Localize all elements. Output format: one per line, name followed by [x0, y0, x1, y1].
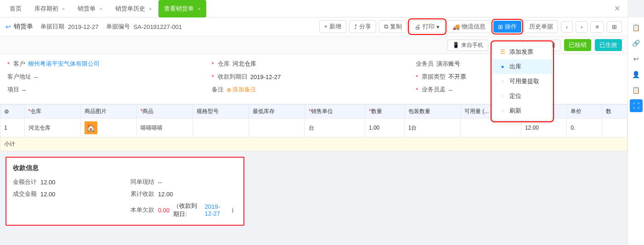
required-indicator: *: [416, 86, 418, 93]
doc-date-value: 2019-12-27: [68, 23, 99, 30]
view-list[interactable]: ≡: [590, 21, 604, 33]
payment-info-box: 收款信息 金额合计 12.00 成交金额 12.00 同单现结 -- 累计收款: [6, 157, 244, 226]
doc-number-label: 单据编号 SA-20191227-001: [106, 23, 182, 31]
document-toolbar: ↩ 销货单 单据日期 2019-12-27 单据编号 SA-20191227-0…: [0, 17, 627, 36]
required-indicator: *: [416, 74, 418, 80]
doc-type-label: 销货单: [14, 23, 33, 31]
nav-next[interactable]: ›: [576, 21, 588, 33]
sidebar-icon-2[interactable]: 🔗: [630, 37, 643, 50]
close-tab-inventory[interactable]: ×: [62, 6, 65, 11]
same-order-value: --: [158, 179, 162, 186]
required-indicator: *: [212, 61, 214, 68]
sidebar-icon-3[interactable]: ↩: [630, 52, 643, 65]
cell-available: [460, 119, 521, 137]
print-button[interactable]: 🖨 打印 ▾: [410, 20, 445, 33]
ticket-type-value: 不开票: [448, 73, 466, 81]
tab-sales[interactable]: 销货单 ×: [72, 0, 108, 17]
address-field: 客户地址 --: [7, 73, 212, 81]
arrears-row: 本单欠款 0.00 （收款到期日: 2019-12-27 ）: [130, 202, 237, 218]
cancel-button[interactable]: 已核销: [564, 39, 591, 51]
cell-current-stock: 12.00: [521, 119, 567, 137]
locate-item[interactable]: ○ 定位: [493, 89, 552, 103]
payment-title: 收款信息: [13, 164, 237, 172]
transaction-value: 12.00: [40, 191, 56, 198]
cell-spec: [192, 119, 249, 137]
cell-sales-unit: 台: [305, 119, 365, 137]
note-field: 备注 ⊕ 添加备注: [212, 85, 416, 94]
operations-dropdown: ☰ 添加发票 ● 出库 ○ 可用量提取 ○ 定位 ○ 刷新: [492, 42, 552, 120]
tab-check-sales[interactable]: 查看销货单 ×: [158, 0, 206, 17]
add-invoice-icon: ☰: [499, 49, 506, 55]
tab-sales-history[interactable]: 销货单历史 ×: [109, 0, 158, 17]
locate-radio-icon: ○: [499, 93, 506, 99]
subtotal-row: 小计: [0, 137, 627, 151]
tab-home[interactable]: 首页: [4, 0, 28, 17]
cell-min-stock: [249, 119, 305, 137]
cell-image: 🏠: [80, 119, 136, 137]
salesperson-value: --: [448, 86, 452, 93]
customer-field: * 客户 柳州粤港平安气体有限公司: [7, 60, 212, 68]
sidebar-icon-1[interactable]: 📋: [630, 21, 643, 34]
arrears-date: 2019-12-27: [205, 203, 227, 217]
print-icon: 🖨: [415, 23, 421, 30]
close-tab-sales-history[interactable]: ×: [149, 6, 152, 11]
arrears-value: 0.00: [158, 207, 169, 214]
total-row: 金额合计 12.00: [13, 178, 119, 186]
cumulative-row: 累计收款 12.00: [130, 190, 237, 198]
close-tab-sales[interactable]: ×: [99, 6, 102, 11]
payment-left: 金额合计 12.00 成交金额 12.00: [13, 178, 119, 218]
refresh-item[interactable]: ○ 刷新: [493, 103, 552, 118]
toolbar-actions: + 新增 ⤴ 分享 ⧉ 复制 🖨 打印 ▾ 🚚 物流信息 ⊞ 操作: [319, 20, 622, 33]
col-product: *商品: [136, 105, 192, 119]
outbound-radio-icon: ●: [499, 63, 506, 70]
available-qty-item[interactable]: ○ 可用量提取: [493, 74, 552, 89]
logistics-button[interactable]: 🚚 物流信息: [447, 20, 491, 33]
subtotal-label: 小计: [0, 137, 627, 151]
plus-icon: ⊕: [226, 86, 232, 93]
col-amount: 数: [602, 105, 627, 119]
doc-info: 单据日期 2019-12-27 单据编号 SA-20191227-001: [40, 23, 182, 31]
history-button[interactable]: 历史单据: [524, 20, 558, 33]
view-grid[interactable]: ⊞: [607, 21, 622, 33]
customer-value[interactable]: 柳州粤港平安气体有限公司: [28, 60, 100, 68]
nav-prev[interactable]: ‹: [561, 21, 573, 33]
share-button[interactable]: ⤴ 分享: [349, 20, 376, 33]
outbound-item[interactable]: ● 出库: [493, 59, 552, 74]
col-image: 商品图片: [80, 105, 136, 119]
image-icon: 🏠: [86, 124, 96, 132]
truck-icon: 🚚: [452, 23, 460, 30]
cell-amount: [602, 119, 627, 137]
right-sidebar: 📋 🔗 ↩ 👤 📋 ⛶: [627, 17, 644, 231]
copy-button[interactable]: ⧉ 复制: [379, 20, 407, 33]
due-date-value: 2019-12-27: [250, 74, 281, 80]
total-value: 12.00: [40, 179, 56, 186]
cell-quantity: 1.00: [365, 119, 404, 137]
cumulative-value: 12.00: [158, 191, 173, 198]
sidebar-icon-expand[interactable]: ⛶: [630, 99, 643, 112]
add-note-button[interactable]: ⊕ 添加备注: [226, 85, 256, 94]
window-close-button[interactable]: ✕: [610, 4, 624, 13]
payment-right: 同单现结 -- 累计收款 12.00 本单欠款 0.00 （收款到期日: 201…: [130, 178, 237, 218]
tab-inventory[interactable]: 库存期初 ×: [28, 0, 71, 17]
cell-warehouse: 河北仓库: [24, 119, 80, 137]
required-indicator: *: [212, 74, 214, 80]
refresh-radio-icon: ○: [499, 108, 506, 114]
from-phone-button[interactable]: 📱 来自手机: [447, 40, 488, 51]
warehouse-value: 河北仓库: [232, 60, 256, 68]
copy-icon: ⧉: [384, 23, 388, 30]
project-value: --: [22, 86, 26, 93]
due-date-field: * 收款到期日 2019-12-27: [212, 73, 416, 81]
operations-button[interactable]: ⊞ 操作: [493, 21, 521, 33]
effective-button[interactable]: 已生效: [595, 39, 622, 51]
sidebar-icon-4[interactable]: 👤: [630, 68, 643, 81]
col-warehouse: *仓库: [24, 105, 80, 119]
col-spec: 规格型号: [192, 105, 249, 119]
close-tab-check-sales[interactable]: ×: [198, 6, 200, 11]
share-icon: ⤴: [354, 23, 357, 30]
new-button[interactable]: + 新增: [319, 20, 346, 33]
col-quantity: *数量: [365, 105, 404, 119]
warehouse-field: * 仓库 河北仓库: [212, 60, 416, 68]
sidebar-icon-5[interactable]: 📋: [630, 84, 643, 97]
col-settings[interactable]: ⚙: [0, 105, 25, 119]
add-invoice-item[interactable]: ☰ 添加发票: [493, 45, 552, 59]
